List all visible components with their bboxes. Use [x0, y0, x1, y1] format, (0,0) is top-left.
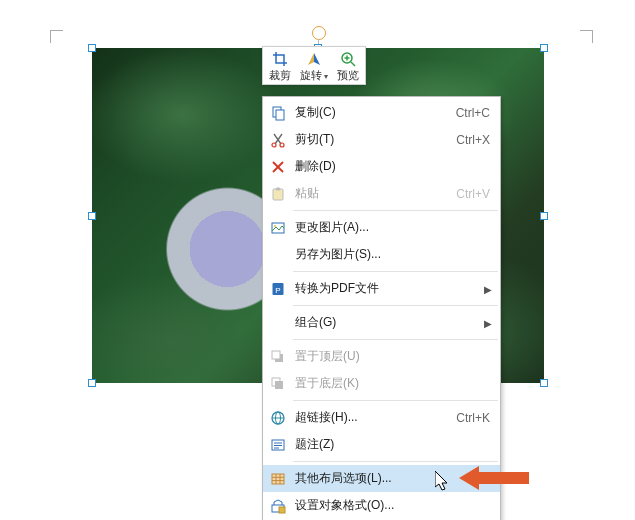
crop-icon [263, 50, 297, 68]
svg-rect-15 [276, 187, 280, 190]
svg-rect-31 [272, 474, 284, 484]
menu-item[interactable]: 另存为图片(S)... [263, 241, 500, 268]
svg-point-11 [280, 143, 284, 147]
rotation-handle[interactable] [312, 26, 326, 40]
svg-rect-14 [273, 189, 283, 200]
image-context-menu: 复制(C)Ctrl+C剪切(T)Ctrl+X删除(D)粘贴Ctrl+V更改图片(… [262, 96, 501, 520]
menu-separator [293, 339, 498, 340]
zoom-in-icon [331, 50, 365, 68]
resize-handle-tl[interactable] [88, 44, 96, 52]
rotate-label: 旋转▾ [300, 69, 328, 81]
cut-icon [269, 131, 287, 149]
menu-separator [293, 210, 498, 211]
menu-item[interactable]: 其他布局选项(L)... [263, 465, 500, 492]
menu-item: 置于顶层(U) [263, 343, 500, 370]
svg-point-17 [274, 225, 276, 227]
paste-icon [269, 185, 287, 203]
svg-rect-23 [275, 381, 283, 389]
submenu-arrow-icon: ▶ [484, 283, 492, 294]
format-icon [269, 497, 287, 515]
copy-icon [269, 104, 287, 122]
menu-item-label: 其他布局选项(L)... [295, 470, 392, 487]
menu-item-label: 转换为PDF文件 [295, 280, 379, 297]
menu-item-label: 组合(G) [295, 314, 336, 331]
delete-icon [269, 158, 287, 176]
resize-handle-tr[interactable] [540, 44, 548, 52]
menu-item[interactable]: 更改图片(A)... [263, 214, 500, 241]
rotate-icon [297, 50, 331, 68]
menu-item-shortcut: Ctrl+X [456, 133, 490, 147]
menu-separator [293, 461, 498, 462]
resize-handle-l[interactable] [88, 212, 96, 220]
menu-separator [293, 400, 498, 401]
svg-marker-0 [314, 53, 320, 65]
menu-item[interactable]: 剪切(T)Ctrl+X [263, 126, 500, 153]
menu-item[interactable]: 题注(Z) [263, 431, 500, 458]
change-pic-icon [269, 219, 287, 237]
menu-item-label: 置于底层(K) [295, 375, 359, 392]
menu-item[interactable]: 复制(C)Ctrl+C [263, 99, 500, 126]
menu-item-label: 另存为图片(S)... [295, 246, 381, 263]
menu-item-label: 复制(C) [295, 104, 336, 121]
crop-label: 裁剪 [269, 69, 291, 81]
menu-item-shortcut: Ctrl+V [456, 187, 490, 201]
resize-handle-br[interactable] [540, 379, 548, 387]
svg-line-3 [351, 62, 355, 66]
layout-icon [269, 470, 287, 488]
svg-text:P: P [275, 286, 280, 295]
menu-item-label: 题注(Z) [295, 436, 334, 453]
preview-button[interactable]: 预览 [331, 47, 365, 84]
svg-rect-7 [276, 110, 284, 120]
svg-rect-37 [279, 507, 285, 513]
menu-separator [293, 271, 498, 272]
svg-point-10 [272, 143, 276, 147]
menu-item-label: 置于顶层(U) [295, 348, 360, 365]
hyperlink-icon [269, 409, 287, 427]
menu-item-shortcut: Ctrl+C [456, 106, 490, 120]
menu-item-label: 超链接(H)... [295, 409, 358, 426]
menu-separator [293, 305, 498, 306]
resize-handle-r[interactable] [540, 212, 548, 220]
blank-icon [269, 246, 287, 264]
svg-rect-16 [272, 223, 284, 233]
blank-icon [269, 314, 287, 332]
menu-item: 粘贴Ctrl+V [263, 180, 500, 207]
menu-item: 置于底层(K) [263, 370, 500, 397]
svg-rect-21 [272, 351, 280, 359]
pdf-icon: P [269, 280, 287, 298]
crop-button[interactable]: 裁剪 [263, 47, 297, 84]
menu-item-label: 剪切(T) [295, 131, 334, 148]
resize-handle-bl[interactable] [88, 379, 96, 387]
menu-item[interactable]: 设置对象格式(O)... [263, 492, 500, 519]
send-back-icon [269, 375, 287, 393]
menu-item[interactable]: 组合(G)▶ [263, 309, 500, 336]
menu-item[interactable]: P转换为PDF文件▶ [263, 275, 500, 302]
page-corner-top-right [580, 30, 593, 43]
menu-item[interactable]: 超链接(H)...Ctrl+K [263, 404, 500, 431]
menu-item-label: 粘贴 [295, 185, 319, 202]
image-mini-toolbar: 裁剪 旋转▾ 预览 [262, 46, 366, 85]
preview-label: 预览 [337, 69, 359, 81]
menu-item-label: 删除(D) [295, 158, 336, 175]
svg-line-9 [275, 134, 282, 144]
page-corner-top-left [50, 30, 63, 43]
svg-marker-1 [308, 53, 314, 65]
menu-item-label: 设置对象格式(O)... [295, 497, 394, 514]
submenu-arrow-icon: ▶ [484, 317, 492, 328]
svg-line-8 [274, 134, 281, 144]
menu-item-shortcut: Ctrl+K [456, 411, 490, 425]
menu-item[interactable]: 删除(D) [263, 153, 500, 180]
menu-item-label: 更改图片(A)... [295, 219, 369, 236]
caption-icon [269, 436, 287, 454]
rotate-button[interactable]: 旋转▾ [297, 47, 331, 84]
bring-front-icon [269, 348, 287, 366]
